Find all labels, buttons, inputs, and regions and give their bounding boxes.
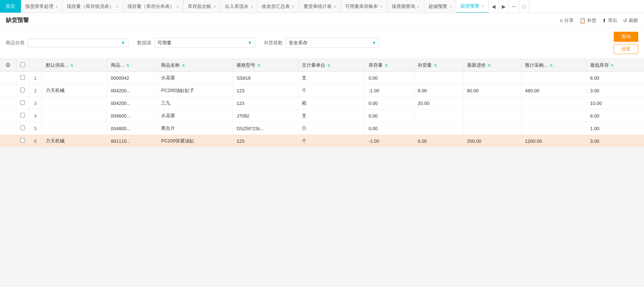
tab-exception[interactable]: 拣货异常处理 ×	[21, 0, 62, 13]
replenish-action[interactable]: 📋 补货	[579, 17, 596, 24]
row-checkbox-4[interactable]	[20, 125, 25, 130]
row-number-3: 4	[29, 110, 42, 122]
col-est-purchase-sort-icon: ⇅	[550, 63, 553, 67]
col-spec-header[interactable]: 规格型号 ⇅	[233, 59, 298, 72]
maximize-btn[interactable]: □	[519, 0, 529, 13]
tab-inventory-dist[interactable]: 现存量（库存分布表） ×	[123, 0, 183, 13]
col-min-stock-header[interactable]: 最低库存 ⇅	[586, 59, 644, 72]
row-checkbox-1[interactable]	[20, 88, 25, 92]
row-number-1: 2	[29, 84, 42, 97]
col-unit-label: 主计量单位	[302, 62, 325, 68]
row-est-purchase-5: 1200.00	[521, 135, 587, 147]
tab-demand-stat-close[interactable]: ×	[334, 4, 336, 9]
tab-prev-btn[interactable]: ◀	[489, 0, 499, 13]
filter-bar: 商品分类 ▼ 数据源 可用量 ▼ 补货基数 安全库存 ▼ 查询 设置	[0, 27, 644, 59]
data-source-select[interactable]: 可用量 ▼	[154, 38, 255, 48]
row-product-code-3: 004600...	[107, 110, 157, 122]
col-est-purchase-header[interactable]: 预计采购... ⇅	[521, 59, 587, 72]
col-settings[interactable]: ⚙	[0, 59, 16, 72]
row-checkbox-cell-3	[16, 110, 29, 122]
tab-overstock[interactable]: 超储预警 ×	[424, 0, 456, 13]
tab-bar: 首页 拣货异常处理 × 现存量（库存状况表） × 现存量（库存分布表） × 库存…	[0, 0, 644, 13]
row-product-code-2: 004200...	[107, 97, 157, 110]
row-checkbox-0[interactable]	[20, 75, 25, 80]
export-icon: ⬆	[602, 18, 606, 23]
row-stock-0: 0.00	[365, 72, 414, 84]
tab-inventory-status-label: 现存量（库存状况表）	[67, 3, 114, 10]
tab-shortage-label: 缺货预警	[461, 3, 479, 9]
gear-icon[interactable]: ⚙	[5, 62, 10, 68]
query-button[interactable]: 查询	[614, 32, 638, 42]
row-latest-price-3	[463, 110, 521, 122]
share-action[interactable]: ⎋ 分享	[560, 17, 574, 24]
tab-shortage[interactable]: 缺货预警 ×	[456, 0, 488, 13]
replenish-base-chevron-icon: ▼	[372, 40, 376, 45]
row-product-code-1: 004200...	[107, 84, 157, 97]
tab-inventory-status[interactable]: 现存量（库存状况表） ×	[62, 0, 123, 13]
tab-flow[interactable]: 出入库流水 ×	[221, 0, 257, 13]
row-est-purchase-3	[521, 110, 587, 122]
row-min-stock-2: 10.00	[586, 97, 644, 110]
row-settings-4	[0, 122, 16, 135]
select-all-checkbox[interactable]	[20, 62, 25, 67]
tab-home[interactable]: 首页	[0, 0, 21, 13]
table-body: 1 0000042 火花塞 SS816 支 0.00 8.00 2 力天机械 0…	[0, 72, 644, 147]
tab-home-label: 首页	[6, 3, 15, 10]
tab-batch-account[interactable]: 库存批次账 ×	[183, 0, 220, 13]
col-latest-price-header[interactable]: 最新进价 ⇅	[463, 59, 521, 72]
col-product-name-header[interactable]: 商品名称 ⇅	[157, 59, 233, 72]
tab-next-btn[interactable]: ▶	[499, 0, 509, 13]
tab-available-ledger[interactable]: 可用量库存账本 ×	[341, 0, 387, 13]
col-default-supplier-header[interactable]: 默认供应... ⇅	[42, 59, 107, 72]
category-chevron-icon: ▼	[121, 40, 125, 45]
header-actions: ⎋ 分享 📋 补货 ⬆ 导出 ↺ 刷新	[560, 17, 638, 24]
minimize-btn[interactable]: ─	[509, 0, 519, 13]
row-spec-0: SS816	[233, 72, 298, 84]
settings-button[interactable]: 设置	[614, 44, 638, 54]
col-stock-label: 库存量	[369, 62, 383, 68]
tab-overstock-close[interactable]: ×	[449, 4, 452, 9]
col-product-code-header[interactable]: 商品... ⇅	[107, 59, 157, 72]
tab-flow-label: 出入库流水	[225, 3, 248, 10]
category-select[interactable]: ▼	[27, 39, 129, 47]
tab-expiry[interactable]: 保质期查询 ×	[387, 0, 424, 13]
tab-exception-close[interactable]: ×	[56, 4, 58, 9]
col-stock-header[interactable]: 库存量 ⇅	[365, 59, 414, 72]
data-source-filter-group: 数据源 可用量 ▼	[137, 38, 255, 48]
tab-available-ledger-close[interactable]: ×	[380, 4, 382, 9]
data-source-value: 可用量	[157, 40, 171, 46]
row-supplier-4	[42, 122, 107, 135]
tab-shortage-close[interactable]: ×	[482, 4, 484, 8]
replenish-base-select[interactable]: 安全库存 ▼	[286, 38, 379, 48]
tab-demand-stat[interactable]: 要货单统计表 ×	[299, 0, 341, 13]
tab-inventory-status-close[interactable]: ×	[116, 4, 118, 9]
data-source-chevron-icon: ▼	[248, 40, 252, 45]
refresh-action[interactable]: ↺ 刷新	[623, 17, 638, 24]
row-checkbox-2[interactable]	[20, 100, 25, 105]
row-checkbox-3[interactable]	[20, 113, 25, 118]
row-latest-price-5: 200.00	[463, 135, 521, 147]
col-latest-price-sort-icon: ⇅	[488, 63, 491, 67]
tab-available-ledger-label: 可用量库存账本	[345, 3, 378, 10]
row-product-name-3: 火花塞	[157, 110, 233, 122]
tab-flow-close[interactable]: ×	[251, 4, 253, 9]
row-checkbox-5[interactable]	[20, 138, 25, 143]
tab-collect[interactable]: 收发存汇总表 ×	[257, 0, 299, 13]
tab-overstock-label: 超储预警	[428, 3, 447, 10]
tab-batch-account-close[interactable]: ×	[213, 4, 216, 9]
refresh-label: 刷新	[629, 17, 638, 24]
col-stock-sort-icon: ⇅	[385, 63, 388, 67]
tab-collect-close[interactable]: ×	[292, 4, 294, 9]
col-product-name-sort-icon: ⇅	[182, 63, 185, 67]
share-icon: ⎋	[560, 18, 563, 23]
row-supplier-2	[42, 97, 107, 110]
export-action[interactable]: ⬆ 导出	[602, 17, 617, 24]
col-unit-header[interactable]: 主计量单位 ⇅	[298, 59, 365, 72]
row-est-purchase-0	[521, 72, 587, 84]
row-checkbox-cell-0	[16, 72, 29, 84]
category-label: 商品分类	[6, 40, 25, 46]
tab-expiry-close[interactable]: ×	[417, 4, 419, 9]
col-replenish-qty-header[interactable]: 补货量 ⇅	[414, 59, 463, 72]
row-latest-price-2	[463, 97, 521, 110]
tab-inventory-dist-close[interactable]: ×	[177, 4, 179, 9]
